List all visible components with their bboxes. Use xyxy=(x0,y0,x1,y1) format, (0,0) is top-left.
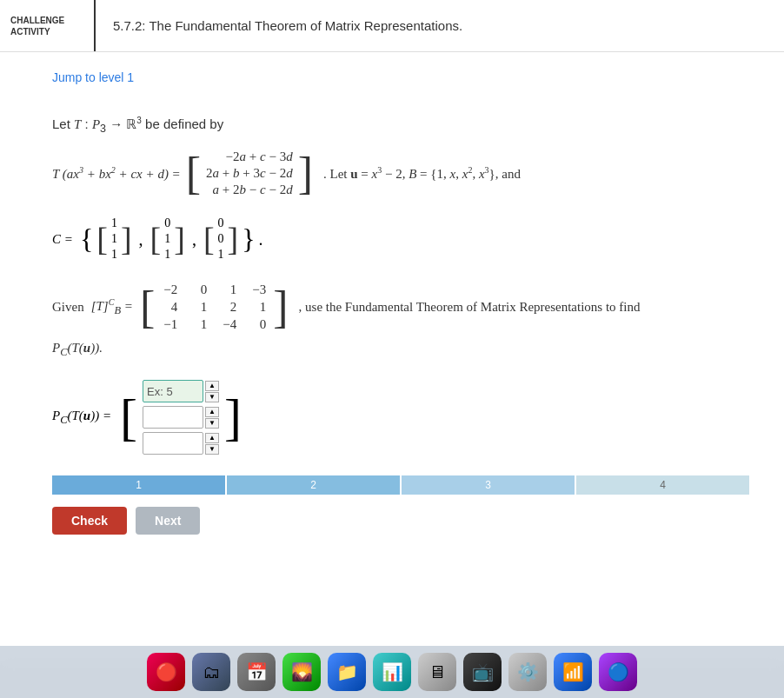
check-button[interactable]: Check xyxy=(52,507,127,535)
matrix-row-1: −2a + c − 3d xyxy=(226,150,293,164)
dock-icon-close[interactable]: 🔴 xyxy=(147,653,185,691)
activity-label: CHALLENGE ACTIVITY xyxy=(0,0,96,51)
answer-input-row-1[interactable] xyxy=(143,380,203,402)
T-matrix-row-2: 4 1 2 1 xyxy=(162,300,266,315)
transform-matrix: [ −2a + c − 3d 2a + b + 3c − 2d a + 2b −… xyxy=(186,146,313,201)
progress-seg-1[interactable]: 1 xyxy=(52,475,225,495)
dock-bar: 🔴 🗂 📅 🌄 📁 📊 🖥 📺 ⚙️ 📶 🔵 xyxy=(0,646,784,698)
answer-section: PC(T(u)) = [ ▲ ▼ ▲ ▼ xyxy=(52,376,749,458)
spin-up-2[interactable]: ▲ xyxy=(205,407,219,417)
action-buttons: Check Next xyxy=(52,507,749,535)
matrix-row-2: 2a + b + 3c − 2d xyxy=(206,166,293,181)
matrix-row-3: a + 2b − c − 2d xyxy=(213,183,293,197)
dock-icon-settings[interactable]: ⚙️ xyxy=(508,653,547,691)
jump-to-level-link[interactable]: Jump to level 1 xyxy=(52,70,134,84)
T-matrix: [ −2 0 1 −3 4 1 2 1 −1 xyxy=(140,279,289,336)
c-matrix-section: C = { [ 1 1 1 ] , [ 0 1 1 ] , [ xyxy=(52,215,749,263)
challenge-text: CHALLENGE xyxy=(10,15,83,26)
dock-icon-monitor[interactable]: 🖥 xyxy=(418,653,456,691)
spin-down-2[interactable]: ▼ xyxy=(205,418,219,429)
answer-input-row-2[interactable] xyxy=(143,406,203,429)
answer-input-row-3[interactable] xyxy=(143,432,203,455)
Pc-label: PC(T(u)). xyxy=(52,341,749,359)
header-title: 5.7.2: The Fundamental Theorem of Matrix… xyxy=(96,0,480,51)
dock-icon-photos[interactable]: 🌄 xyxy=(282,653,321,691)
dock-icon-folder[interactable]: 📁 xyxy=(328,653,366,691)
progress-seg-2[interactable]: 2 xyxy=(227,475,400,495)
activity-text: ACTIVITY xyxy=(10,26,83,37)
dock-icon-finder[interactable]: 🗂 xyxy=(192,653,230,691)
problem-intro: Let T : P3 → ℝ3 be defined by xyxy=(52,114,749,137)
transform-definition: T (ax3 + bx2 + cx + d) = [ −2a + c − 3d … xyxy=(52,146,749,201)
dock-icon-wifi[interactable]: 📶 xyxy=(554,653,592,691)
dock-icon-tv[interactable]: 📺 xyxy=(463,653,502,691)
spin-down-1[interactable]: ▼ xyxy=(205,392,219,402)
spin-down-3[interactable]: ▼ xyxy=(205,444,219,455)
spin-up-1[interactable]: ▲ xyxy=(205,381,219,391)
progress-bar: 1 2 3 4 xyxy=(52,475,749,495)
progress-seg-3[interactable]: 3 xyxy=(402,475,575,495)
answer-input-matrix: [ ▲ ▼ ▲ ▼ xyxy=(120,376,242,458)
T-matrix-row-3: −1 1 −4 0 xyxy=(162,317,266,332)
progress-seg-4[interactable]: 4 xyxy=(576,475,749,495)
dock-icon-app[interactable]: 🔵 xyxy=(599,653,637,691)
main-content: Jump to level 1 Let T : P3 → ℝ3 be defin… xyxy=(0,52,784,661)
dock-icon-chart[interactable]: 📊 xyxy=(373,653,411,691)
next-button[interactable]: Next xyxy=(136,507,200,535)
spin-up-3[interactable]: ▲ xyxy=(205,433,219,443)
page-header: CHALLENGE ACTIVITY 5.7.2: The Fundamenta… xyxy=(0,0,784,52)
T-matrix-row-1: −2 0 1 −3 xyxy=(162,283,266,297)
given-section: Given [T]CB = [ −2 0 1 −3 4 1 2 1 xyxy=(52,279,749,359)
dock-icon-calendar[interactable]: 📅 xyxy=(237,653,276,691)
